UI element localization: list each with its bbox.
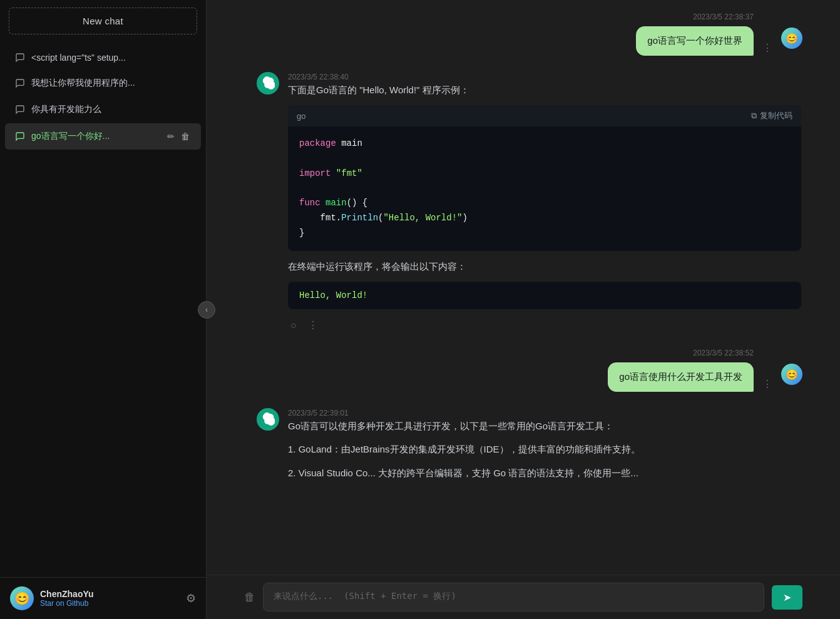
code-content-1: package main import "fmt" func main() { …: [288, 126, 801, 251]
chat-item-label-4: go语言写一个你好...: [31, 131, 160, 142]
code-block-1: go ⧉ 复制代码 package main import "fmt" func…: [288, 105, 801, 251]
assistant-avatar-2: [257, 408, 279, 431]
sidebar-footer: 😊 ChenZhaoYu Star on Github ⚙: [0, 577, 206, 619]
assistant-actions-1: ○ ⋮: [288, 317, 801, 334]
user-avatar: 😊: [10, 586, 34, 610]
collapse-sidebar-button[interactable]: ‹: [198, 301, 215, 319]
search-message-button[interactable]: ○: [288, 317, 299, 334]
assistant-list-item-1: 1. GoLand：由JetBrains开发的集成开发环境（IDE），提供丰富的…: [288, 441, 801, 458]
subtitle-text: Star on: [40, 599, 66, 608]
user-timestamp-2: 2023/3/5 22:38:52: [693, 349, 754, 357]
assistant-message-content-2: 2023/3/5 22:39:01 Go语言可以使用多种开发工具进行开发，以下是…: [288, 407, 801, 489]
main-chat-area: 2023/3/5 22:38:37 go语言写一个你好世界 ⋮ 😊 2023/3…: [207, 0, 840, 619]
user-message-2: 2023/3/5 22:38:52 go语言使用什么开发工具开发 ⋮ 😊: [257, 349, 802, 392]
chat-item-label-2: 我想让你帮我使用程序的...: [31, 78, 191, 89]
github-link[interactable]: Github: [66, 599, 88, 608]
sidebar: New chat <script lang="ts" setup... 我想让你…: [0, 0, 207, 619]
user-info: ChenZhaoYu Star on Github: [40, 589, 180, 608]
chat-item-label-1: <script lang="ts" setup...: [31, 53, 191, 63]
copy-label: 复制代码: [760, 110, 792, 121]
copy-icon: ⧉: [751, 111, 757, 121]
user-bubble-1: go语言写一个你好世界: [636, 26, 754, 56]
chat-item-actions-4: ✏ 🗑: [166, 130, 191, 143]
assistant-intro-2: Go语言可以使用多种开发工具进行开发，以下是一些常用的Go语言开发工具：: [288, 418, 801, 434]
assistant-outro-1: 在终端中运行该程序，将会输出以下内容：: [288, 258, 801, 275]
edit-chat-button[interactable]: ✏: [166, 130, 176, 143]
chat-icon-4: [15, 131, 25, 141]
output-text: Hello, World!: [299, 290, 367, 300]
chat-icon-1: [15, 53, 25, 63]
user-message-content-2: 2023/3/5 22:38:52 go语言使用什么开发工具开发: [608, 349, 754, 392]
user-avatar-small-1: 😊: [781, 28, 802, 49]
settings-button[interactable]: ⚙: [186, 591, 196, 605]
user-avatar-small-2: 😊: [781, 364, 802, 385]
delete-chat-button[interactable]: 🗑: [180, 130, 191, 143]
user-bubble-2: go语言使用什么开发工具开发: [608, 362, 754, 392]
clear-input-button[interactable]: 🗑: [244, 591, 255, 604]
chat-input-area: 🗑 ➤: [207, 575, 840, 619]
chat-list: <script lang="ts" setup... 我想让你帮我使用程序的..…: [0, 42, 206, 577]
assistant-message-1: 2023/3/5 22:38:40 下面是Go语言的 "Hello, World…: [257, 71, 802, 334]
chat-messages: 2023/3/5 22:38:37 go语言写一个你好世界 ⋮ 😊 2023/3…: [207, 0, 840, 575]
send-button[interactable]: ➤: [772, 585, 802, 610]
code-lang-label: go: [297, 111, 305, 121]
user-message-content-1: 2023/3/5 22:38:37 go语言写一个你好世界: [636, 13, 754, 56]
chat-item-label-3: 你具有开发能力么: [31, 104, 191, 115]
assistant-avatar-1: [257, 72, 279, 95]
code-header-1: go ⧉ 复制代码: [288, 105, 801, 126]
assistant-message-content-1: 2023/3/5 22:38:40 下面是Go语言的 "Hello, World…: [288, 71, 801, 334]
assistant-intro-1: 下面是Go语言的 "Hello, World!" 程序示例：: [288, 82, 801, 98]
chat-icon-2: [15, 78, 25, 88]
chat-input[interactable]: [263, 583, 764, 611]
copy-code-button-1[interactable]: ⧉ 复制代码: [751, 110, 792, 121]
message-more-options[interactable]: ⋮: [305, 317, 320, 334]
output-block-1: Hello, World!: [288, 282, 801, 309]
sidebar-item-3[interactable]: 你具有开发能力么: [5, 97, 201, 122]
assistant-message-2: 2023/3/5 22:39:01 Go语言可以使用多种开发工具进行开发，以下是…: [257, 407, 802, 489]
sidebar-item-1[interactable]: <script lang="ts" setup...: [5, 46, 201, 69]
username: ChenZhaoYu: [40, 589, 180, 599]
user-message-options-1[interactable]: ⋮: [760, 41, 775, 56]
user-timestamp-1: 2023/3/5 22:38:37: [693, 13, 754, 21]
chat-icon-3: [15, 105, 25, 115]
new-chat-button[interactable]: New chat: [9, 8, 197, 34]
sidebar-item-2[interactable]: 我想让你帮我使用程序的...: [5, 71, 201, 96]
assistant-timestamp-2: 2023/3/5 22:39:01: [288, 409, 349, 417]
user-subtitle: Star on Github: [40, 599, 180, 608]
assistant-timestamp-1: 2023/3/5 22:38:40: [288, 73, 349, 81]
assistant-list-item-2: 2. Visual Studio Co... 大好的跨平台编辑器，支持 Go 语…: [288, 465, 801, 481]
user-message-1: 2023/3/5 22:38:37 go语言写一个你好世界 ⋮ 😊: [257, 13, 802, 56]
sidebar-item-4[interactable]: go语言写一个你好... ✏ 🗑: [5, 123, 201, 150]
user-message-options-2[interactable]: ⋮: [760, 377, 775, 392]
